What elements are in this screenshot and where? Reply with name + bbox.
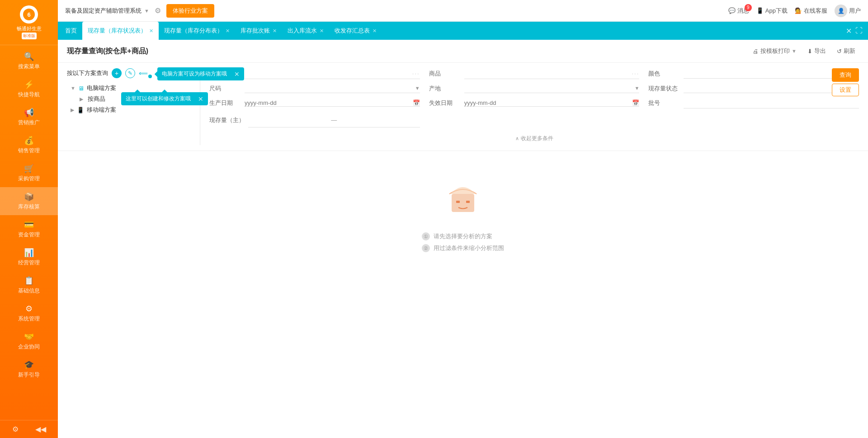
mfg-date-calendar-icon[interactable]: 📅 <box>413 99 420 106</box>
sidebar-item-guide[interactable]: 🎓 新手引导 <box>0 355 58 383</box>
sidebar-nav: 🔍 搜索菜单 ⚡ 快捷导航 📢 营销推广 💰 销售管理 🛒 采购管理 📦 库存核… <box>0 47 58 420</box>
filter-exp-date: 失效日期 📅 <box>429 98 640 108</box>
tab-inout-flow-close[interactable]: ✕ <box>320 28 324 34</box>
sidebar-item-inventory[interactable]: 📦 库存核算 <box>0 187 58 215</box>
support-icon: 💁 <box>795 7 802 14</box>
svg-rect-2 <box>452 194 474 212</box>
page-header: 现存量查询(按仓库+商品) 🖨 按模板打印 ▼ ⬇ 导出 ↺ 刷新 <box>58 40 868 63</box>
user-group[interactable]: 👤 用户 <box>835 5 861 17</box>
tab-close-all-btn[interactable]: ✕ <box>846 27 852 35</box>
filter-mfg-date: 生产日期 📅 <box>209 98 420 108</box>
app-download-group[interactable]: 📱 App下载 <box>756 7 788 15</box>
header-right: 💬 消息 9 📱 App下载 💁 在线客服 👤 用户 <box>728 5 861 17</box>
refresh-label: 刷新 <box>844 47 855 55</box>
tooltip-add-text: 电脑方案可设为移动方案哦 <box>162 70 227 78</box>
batch-input[interactable] <box>684 98 859 108</box>
refresh-btn[interactable]: ↺ 刷新 <box>833 45 859 57</box>
tab-inventory-dist[interactable]: 现存量（库存分布表） ✕ <box>159 22 235 40</box>
sidebar-item-marketing[interactable]: 📢 营销推广 <box>0 103 58 131</box>
logo-badge: 标准版 <box>22 33 37 39</box>
settings-icon[interactable]: ⚙ <box>155 6 161 15</box>
tab-batch-account[interactable]: 库存批次账 ✕ <box>235 22 282 40</box>
scheme-item-mobile[interactable]: ▶ 📱 移动端方案 <box>71 104 193 115</box>
exp-date-calendar-icon[interactable]: 📅 <box>632 99 639 106</box>
filter-size: 尺码 ▼ <box>209 84 420 93</box>
empty-tip-1: ① 请先选择要分析的方案 <box>422 231 504 242</box>
warehouse-dots[interactable]: ··· <box>412 70 420 77</box>
mobile-scheme-icon: 📱 <box>77 107 84 113</box>
tab-expand-btn[interactable]: ⛶ <box>855 27 863 35</box>
goods-dots[interactable]: ··· <box>632 70 639 77</box>
system-title-text: 装备及固定资产辅助管理系统 <box>65 7 142 15</box>
mfg-date-input[interactable] <box>245 99 411 106</box>
export-label: 导出 <box>814 47 826 55</box>
filter-add-btn[interactable]: + <box>112 68 122 78</box>
stock-qty-min-input[interactable] <box>248 115 327 125</box>
filter-row-3: 生产日期 📅 失效日期 📅 <box>209 98 859 108</box>
exp-date-input[interactable] <box>464 99 631 106</box>
query-btn[interactable]: 查询 <box>832 68 859 82</box>
tab-home[interactable]: 首页 <box>60 22 82 40</box>
page-content: 现存量查询(按仓库+商品) 🖨 按模板打印 ▼ ⬇ 导出 ↺ 刷新 <box>58 40 868 438</box>
filter-action-btns: 查询 设置 <box>832 68 859 96</box>
empty-state: ① 请先选择要分析的方案 ② 用过滤条件来缩小分析范围 <box>58 151 868 281</box>
sidebar-item-quick[interactable]: ⚡ 快捷导航 <box>0 75 58 103</box>
filter-stock-qty: 现存量（主） — <box>209 113 420 127</box>
sidebar-item-sales[interactable]: 💰 销售管理 <box>0 131 58 159</box>
inventory-icon: 📦 <box>24 192 34 202</box>
message-group[interactable]: 💬 消息 9 <box>728 7 749 15</box>
scheme-panel: 按以下方案查询 + ✎ ⟸ ▼ 🖥 电脑端方案 <box>67 68 200 145</box>
industry-btn[interactable]: 体验行业方案 <box>166 4 214 18</box>
tab-inventory-dist-close[interactable]: ✕ <box>226 28 230 34</box>
tab-inventory-status[interactable]: 现存量（库存状况表） ✕ <box>82 22 159 40</box>
system-title-dropdown[interactable]: ▼ <box>144 8 149 14</box>
stock-qty-max-input[interactable] <box>340 115 420 125</box>
reset-btn[interactable]: 设置 <box>832 84 859 96</box>
filter-origin: 产地 ▼ <box>429 84 640 93</box>
filter-edit-btn[interactable]: ✎ <box>125 68 135 78</box>
sidebar-item-purchase[interactable]: 🛒 采购管理 <box>0 159 58 187</box>
origin-select[interactable]: ▼ <box>464 84 640 93</box>
filter-row-1: 按仓库 ··· 商品 ··· <box>209 68 859 79</box>
sidebar-item-label: 资金管理 <box>18 231 40 239</box>
size-label: 尺码 <box>209 85 241 93</box>
filter-label: 按以下方案查询 <box>67 69 108 77</box>
sidebar-item-label: 系统管理 <box>18 315 40 323</box>
tip-text-1: 请先选择要分析的方案 <box>434 231 492 242</box>
sidebar-item-enterprise[interactable]: 🤝 企业协同 <box>0 327 58 355</box>
system-icon: ⚙ <box>25 304 33 314</box>
search-icon: 🔍 <box>24 52 34 61</box>
tooltip-edit-close[interactable]: ✕ <box>198 95 203 103</box>
empty-illustration <box>440 178 486 223</box>
sidebar-item-basic[interactable]: 📋 基础信息 <box>0 271 58 299</box>
tab-inout-flow-label: 出入库流水 <box>288 27 317 35</box>
collapse-filter-btn[interactable]: ∧ 收起更多条件 <box>209 132 859 145</box>
tab-recv-summary[interactable]: 收发存汇总表 ✕ <box>329 22 382 40</box>
sidebar-logo: 6 畅通好生意 标准版 <box>0 0 58 45</box>
filter-arrow-btn[interactable]: ⟸ <box>139 70 148 77</box>
tooltip-add-close[interactable]: ✕ <box>234 71 240 78</box>
stock-qty-separator: — <box>331 117 337 123</box>
origin-label: 产地 <box>429 85 461 93</box>
support-group[interactable]: 💁 在线客服 <box>795 7 827 15</box>
pc-sub-label: 按商品 <box>88 95 105 103</box>
page-title: 现存量查询(按仓库+商品) <box>67 47 148 56</box>
tab-batch-account-close[interactable]: ✕ <box>273 28 277 34</box>
collapse-label: 收起更多条件 <box>521 135 553 142</box>
print-btn[interactable]: 🖨 按模板打印 ▼ <box>749 45 800 57</box>
tab-inout-flow[interactable]: 出入库流水 ✕ <box>282 22 329 40</box>
sidebar-item-finance[interactable]: 💳 资金管理 <box>0 215 58 243</box>
filter-area: 按以下方案查询 + ✎ ⟸ ▼ 🖥 电脑端方案 <box>58 63 868 151</box>
sidebar-item-system[interactable]: ⚙ 系统管理 <box>0 299 58 327</box>
export-btn[interactable]: ⬇ 导出 <box>804 45 830 57</box>
sidebar-item-search[interactable]: 🔍 搜索菜单 <box>0 47 58 75</box>
tooltip-edit-text: 这里可以创建和修改方案哦 <box>126 95 191 103</box>
support-label: 在线客服 <box>804 7 827 15</box>
sidebar-item-operation[interactable]: 📊 经营管理 <box>0 243 58 271</box>
tab-recv-summary-close[interactable]: ✕ <box>373 28 377 34</box>
collapse-sidebar-btn[interactable]: ◀◀ <box>35 425 46 433</box>
settings-bottom-btn[interactable]: ⚙ <box>12 425 19 433</box>
svg-rect-3 <box>456 201 460 203</box>
tab-inventory-status-close[interactable]: ✕ <box>149 28 153 34</box>
size-select[interactable]: ▼ <box>245 84 420 93</box>
